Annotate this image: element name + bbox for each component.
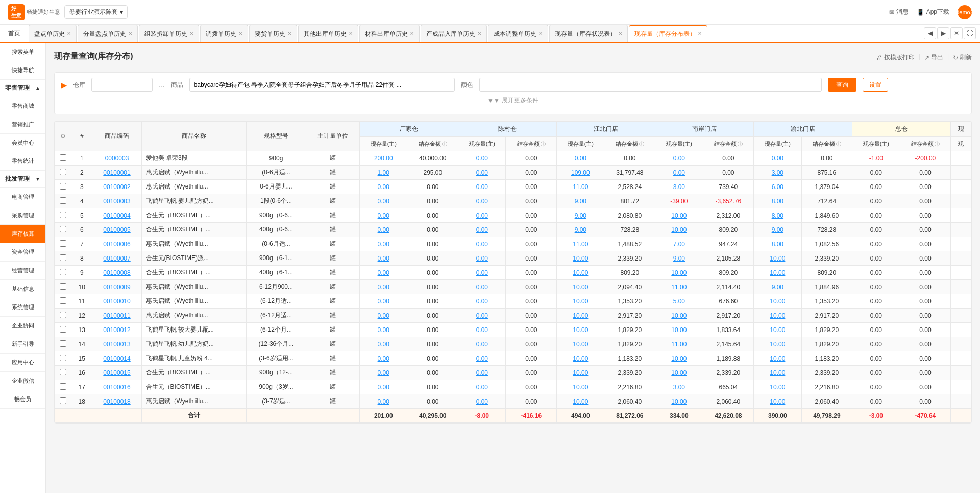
message-btn[interactable]: ✉ 消息 — [889, 8, 909, 16]
sidebar-item-retail-manage[interactable]: 零售管理▲ — [0, 80, 45, 97]
f-stock-link[interactable]: 0.00 — [378, 269, 389, 276]
code-link[interactable]: 00100015 — [103, 369, 130, 377]
row-checkbox[interactable] — [60, 154, 66, 161]
jb-stock-link[interactable]: 11.00 — [573, 183, 588, 191]
na-stock-link[interactable]: 10.00 — [671, 226, 687, 233]
jb-stock-link[interactable]: 109.00 — [571, 169, 590, 176]
row-checkbox[interactable] — [60, 355, 66, 361]
c-stock-link[interactable]: 0.00 — [476, 155, 488, 162]
jb-stock-link[interactable]: 10.00 — [573, 398, 588, 405]
jb-stock-link[interactable]: 9.00 — [575, 198, 586, 205]
row-check[interactable] — [55, 323, 71, 337]
color-input[interactable] — [479, 78, 822, 92]
f-stock-link[interactable]: 0.00 — [378, 312, 389, 319]
tab-pandian[interactable]: 盘点单历史 ✕ — [29, 25, 77, 42]
f-stock-link[interactable]: 0.00 — [378, 326, 389, 334]
c-stock-link[interactable]: 0.00 — [476, 312, 488, 319]
f-stock-link[interactable]: 0.00 — [378, 398, 389, 405]
sidebar-item-appstore[interactable]: 应用中心 — [0, 354, 45, 372]
yb-stock-link[interactable]: 10.00 — [770, 384, 785, 391]
yb-stock-link[interactable]: 10.00 — [770, 326, 785, 334]
row-checkbox[interactable] — [60, 340, 66, 347]
code-link[interactable]: 00100002 — [103, 183, 130, 191]
row-check[interactable] — [55, 351, 71, 366]
sidebar-item-wholesale[interactable]: 批发管理▼ — [0, 171, 45, 188]
sidebar-item-wechat-work[interactable]: 企业微信 — [0, 372, 45, 390]
f-stock-link[interactable]: 0.00 — [378, 384, 389, 391]
sidebar-item-ecom[interactable]: 电商管理 — [0, 188, 45, 206]
info-icon[interactable]: ⓘ — [541, 141, 546, 147]
sidebar-item-inventory[interactable]: 库存核算 — [0, 225, 45, 243]
na-stock-link[interactable]: -39.00 — [670, 198, 688, 205]
na-stock-link[interactable]: 10.00 — [671, 269, 687, 276]
sidebar-item-basic[interactable]: 基础信息 — [0, 280, 45, 298]
row-checkbox[interactable] — [60, 212, 66, 218]
c-stock-link[interactable]: 0.00 — [476, 212, 488, 219]
row-checkbox[interactable] — [60, 254, 66, 261]
tab-next-btn[interactable]: ▶ — [937, 27, 949, 39]
yb-stock-link[interactable]: 9.00 — [772, 284, 783, 291]
info-icon[interactable]: ⓘ — [935, 141, 940, 147]
tab-zuzhuang[interactable]: 组装拆卸单历史 ✕ — [139, 25, 199, 42]
yb-stock-link[interactable]: 9.00 — [772, 226, 783, 233]
info-icon[interactable]: ⓘ — [738, 141, 743, 147]
yb-stock-link[interactable]: 10.00 — [770, 269, 785, 276]
f-stock-link[interactable]: 0.00 — [378, 355, 389, 362]
code-link[interactable]: 00100010 — [103, 298, 130, 305]
tab-diaobao[interactable]: 调拨单历史 ✕ — [200, 25, 248, 42]
yb-stock-link[interactable]: 10.00 — [770, 312, 785, 319]
tab-chengben[interactable]: 成本调整单历史 ✕ — [488, 25, 548, 42]
c-stock-link[interactable]: 0.00 — [476, 284, 488, 291]
row-checkbox[interactable] — [60, 269, 66, 275]
f-stock-link[interactable]: 1.00 — [378, 169, 389, 176]
na-stock-link[interactable]: 11.00 — [671, 284, 687, 291]
jb-stock-link[interactable]: 9.00 — [575, 226, 586, 233]
yb-stock-link[interactable]: 10.00 — [770, 369, 785, 377]
na-stock-link[interactable]: 9.00 — [673, 255, 685, 262]
c-stock-link[interactable]: 0.00 — [476, 169, 488, 176]
code-link[interactable]: 00100008 — [103, 269, 130, 276]
app-download-btn[interactable]: 📱 App下载 — [917, 8, 949, 16]
c-stock-link[interactable]: 0.00 — [476, 355, 488, 362]
info-icon[interactable]: ⓘ — [836, 141, 841, 147]
na-stock-link[interactable]: 0.00 — [673, 155, 685, 162]
row-checkbox[interactable] — [60, 383, 66, 390]
tab-close-icon[interactable]: ✕ — [618, 25, 622, 42]
row-checkbox[interactable] — [60, 297, 66, 304]
tab-chengpin[interactable]: 产成品入库单历史 ✕ — [421, 25, 487, 42]
store-selector[interactable]: 母婴行业演示陈套 ▾ — [64, 5, 128, 19]
na-stock-link[interactable]: 3.00 — [673, 384, 685, 391]
f-stock-link[interactable]: 0.00 — [378, 255, 389, 262]
setting-button[interactable]: 设置 — [863, 78, 888, 92]
sidebar-item-search[interactable]: 搜索英单 — [0, 43, 45, 61]
jb-stock-link[interactable]: 10.00 — [573, 269, 588, 276]
yb-stock-link[interactable]: 8.00 — [772, 198, 783, 205]
na-stock-link[interactable]: 11.00 — [671, 341, 687, 348]
f-stock-link[interactable]: 0.00 — [378, 298, 389, 305]
tab-qita[interactable]: 其他出库单历史 ✕ — [298, 25, 358, 42]
code-link[interactable]: 00100018 — [103, 398, 130, 405]
tab-close-icon[interactable]: ✕ — [189, 25, 193, 42]
c-stock-link[interactable]: 0.00 — [476, 398, 488, 405]
row-check[interactable] — [55, 294, 71, 309]
jb-stock-link[interactable]: 11.00 — [573, 241, 588, 248]
row-check[interactable] — [55, 194, 71, 208]
code-link[interactable]: 00100011 — [103, 312, 130, 319]
sidebar-item-operations[interactable]: 经营管理 — [0, 262, 45, 280]
na-stock-link[interactable]: 7.00 — [673, 241, 685, 248]
yb-stock-link[interactable]: 0.00 — [772, 155, 783, 162]
code-link[interactable]: 00100013 — [103, 341, 130, 348]
sidebar-item-member[interactable]: 会员中心 — [0, 134, 45, 152]
row-check[interactable] — [55, 380, 71, 394]
code-link[interactable]: 0000003 — [105, 155, 129, 162]
sidebar-item-retail-mall[interactable]: 零售商城 — [0, 97, 45, 115]
yb-stock-link[interactable]: 8.00 — [772, 241, 783, 248]
f-stock-link[interactable]: 0.00 — [378, 198, 389, 205]
tab-close-icon[interactable]: ✕ — [477, 25, 481, 42]
col-gear[interactable]: ⚙ — [55, 122, 71, 151]
user-area[interactable]: demo2 — [958, 5, 972, 19]
row-checkbox[interactable] — [60, 326, 66, 333]
c-stock-link[interactable]: 0.00 — [476, 255, 488, 262]
na-stock-link[interactable]: 0.00 — [673, 169, 685, 176]
code-link[interactable]: 00100004 — [103, 212, 130, 219]
